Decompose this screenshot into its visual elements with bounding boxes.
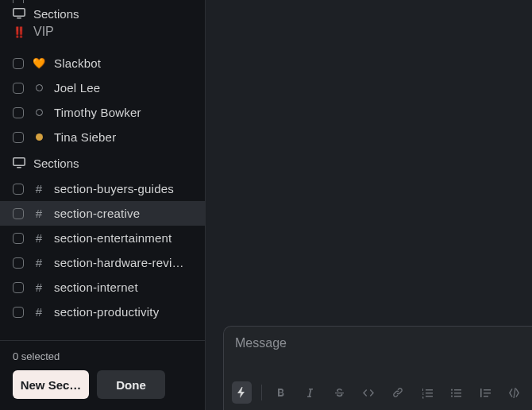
svg-point-6 xyxy=(451,395,453,396)
svg-point-4 xyxy=(451,389,453,390)
quote-button[interactable] xyxy=(476,381,495,404)
codeblock-button[interactable] xyxy=(504,381,524,404)
hash-icon: # xyxy=(33,231,44,245)
channel-name: section-buyers-guides xyxy=(54,182,174,195)
bolt-icon xyxy=(235,386,248,399)
channel-name: section-productivity xyxy=(54,305,159,319)
dm-name: Tina Sieber xyxy=(54,130,116,144)
svg-rect-0 xyxy=(13,9,25,16)
strike-icon xyxy=(333,387,345,399)
dm-row[interactable]: Joel Lee xyxy=(0,75,205,100)
channel-name: section-internet xyxy=(54,280,138,294)
ul-icon xyxy=(449,387,462,399)
done-button[interactable]: Done xyxy=(97,370,165,399)
quote-icon xyxy=(479,387,492,399)
presence-active-icon xyxy=(33,133,44,141)
desktop-icon xyxy=(13,8,25,19)
row-checkbox[interactable] xyxy=(13,282,24,293)
svg-rect-1 xyxy=(17,17,21,19)
channel-row[interactable]: #section-productivity xyxy=(0,300,205,324)
strike-button[interactable] xyxy=(330,381,349,404)
shortcuts-button[interactable] xyxy=(232,381,252,404)
channel-row[interactable]: #section-hardware-reviews xyxy=(0,250,205,275)
main-area xyxy=(206,0,532,410)
channel-name: section-creative xyxy=(54,207,140,220)
dm-name: Joel Lee xyxy=(54,81,100,95)
hash-icon: # xyxy=(33,280,44,294)
row-checkbox[interactable] xyxy=(13,233,24,244)
selected-count: 0 selected xyxy=(13,350,192,362)
vip-label: VIP xyxy=(33,25,54,39)
channel-name: section-entertainment xyxy=(54,231,172,245)
hash-icon: # xyxy=(33,305,44,319)
row-checkbox[interactable] xyxy=(13,184,24,195)
channel-row[interactable]: #section-internet xyxy=(0,275,205,300)
vip-row-peeking: ‼️ VIP xyxy=(0,24,205,40)
row-checkbox[interactable] xyxy=(13,107,24,118)
italic-button[interactable] xyxy=(300,381,320,404)
presence-away-icon xyxy=(33,84,44,91)
link-button[interactable] xyxy=(387,381,407,404)
codeblock-icon xyxy=(507,387,521,399)
sidebar: Sections ‼️ VIP 🧡SlackbotJoel LeeTimothy… xyxy=(0,0,206,410)
channel-row[interactable]: #section-entertainment xyxy=(0,226,205,250)
row-checkbox[interactable] xyxy=(13,83,24,94)
hash-icon: # xyxy=(33,182,44,195)
svg-rect-2 xyxy=(13,158,25,165)
new-section-button[interactable]: New Sec… xyxy=(13,370,89,399)
desktop-icon xyxy=(13,157,25,168)
channel-name: section-hardware-reviews xyxy=(54,256,189,269)
sidebar-scroll-area: 🧡SlackbotJoel LeeTimothy BowkerTina Sieb… xyxy=(0,40,205,340)
channel-row[interactable]: #section-creative xyxy=(0,201,205,226)
svg-rect-7 xyxy=(480,389,482,397)
svg-rect-3 xyxy=(17,167,21,168)
bold-icon xyxy=(275,387,287,399)
sidebar-footer: 0 selected New Sec… Done xyxy=(0,340,205,410)
bold-button[interactable] xyxy=(272,381,291,404)
code-icon xyxy=(362,387,375,399)
italic-icon xyxy=(304,387,316,399)
ol-button[interactable] xyxy=(417,381,437,404)
code-button[interactable] xyxy=(359,381,379,404)
channel-row[interactable]: #section-buyers-guides xyxy=(0,176,205,201)
hash-icon: # xyxy=(33,256,44,269)
hash-icon: # xyxy=(33,207,44,220)
row-checkbox[interactable] xyxy=(13,307,24,318)
row-checkbox[interactable] xyxy=(13,208,24,219)
ul-button[interactable] xyxy=(446,381,466,404)
ol-icon xyxy=(421,387,434,399)
presence-away-icon xyxy=(33,109,44,116)
row-checkbox[interactable] xyxy=(13,132,24,143)
sections-header-top-label: Sections xyxy=(33,7,79,21)
row-checkbox[interactable] xyxy=(13,58,24,69)
toolbar-separator xyxy=(261,385,262,400)
row-checkbox[interactable] xyxy=(13,257,24,269)
sections-header-label: Sections xyxy=(33,157,79,170)
message-composer xyxy=(223,326,532,410)
dm-name: Slackbot xyxy=(54,56,101,70)
sections-header-top[interactable]: Sections xyxy=(0,3,205,24)
link-icon xyxy=(391,386,404,399)
dm-row[interactable]: 🧡Slackbot xyxy=(0,51,205,75)
svg-point-5 xyxy=(451,392,453,393)
message-input[interactable] xyxy=(235,336,521,350)
sections-header[interactable]: Sections xyxy=(0,149,205,176)
exclamation-icon: ‼️ xyxy=(13,26,25,38)
composer-toolbar xyxy=(224,375,532,410)
heart-icon: 🧡 xyxy=(33,57,44,69)
dm-name: Timothy Bowker xyxy=(54,106,141,119)
dm-row[interactable]: Timothy Bowker xyxy=(0,100,205,125)
dm-row[interactable]: Tina Sieber xyxy=(0,125,205,149)
